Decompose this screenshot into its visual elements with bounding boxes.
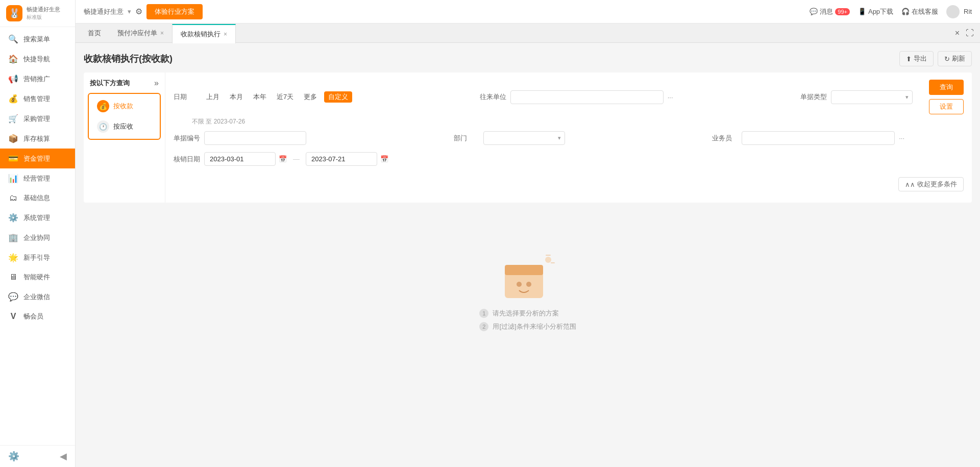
tab-collection[interactable]: 收款核销执行 ×	[172, 24, 236, 43]
filter-options-box: 💰 按收款 🕐 按应收	[88, 93, 161, 140]
corpwx-icon: 💬	[8, 292, 18, 302]
sidebar-item-bizmanage[interactable]: 📊 经营管理	[0, 168, 75, 188]
tab-collection-close-icon[interactable]: ×	[224, 31, 227, 38]
sidebar-item-marketing[interactable]: 📢 营销推广	[0, 69, 75, 89]
sidebar-item-newguide[interactable]: 🌟 新手引导	[0, 248, 75, 267]
export-button[interactable]: ⬆ 导出	[899, 51, 934, 66]
sidebar-item-inventory[interactable]: 📦 库存核算	[0, 129, 75, 149]
verify-date-start-input[interactable]	[204, 152, 276, 166]
doctype-label: 单据类型	[800, 92, 827, 102]
partner-input[interactable]	[510, 90, 664, 104]
date-7days-button[interactable]: 近7天	[274, 91, 297, 103]
filter-sidebar-collapse-button[interactable]: »	[154, 79, 159, 88]
empty-line-1: 1 请先选择要分析的方案	[479, 309, 576, 318]
sidebar-item-corpwx[interactable]: 💬 企业微信	[0, 287, 75, 307]
settings-button[interactable]: 设置	[929, 99, 964, 114]
tab-bar-actions: × ⛶	[953, 27, 976, 40]
tab-maximize-button[interactable]: ⛶	[964, 27, 976, 40]
tab-prepay-close-icon[interactable]: ×	[160, 30, 164, 37]
svg-point-3	[526, 282, 531, 287]
page-title: 收款核销执行(按收款)	[84, 53, 173, 65]
sidebar-item-basicinfo[interactable]: 🗂 基础信息	[0, 188, 75, 208]
header-app-title: 畅捷通好生意	[84, 7, 124, 16]
settings-bottom-icon[interactable]: ⚙️	[8, 451, 19, 462]
sidebar-item-search[interactable]: 🔍 搜索菜单	[0, 29, 75, 49]
header-chevron-icon[interactable]: ▾	[128, 8, 131, 15]
empty-num-1: 1	[479, 309, 488, 318]
filter-collection-icon: 💰	[97, 100, 109, 112]
date-more-button[interactable]: 更多	[301, 91, 320, 103]
verify-date-end-input[interactable]	[306, 152, 377, 166]
svg-rect-1	[505, 265, 543, 275]
empty-num-2: 2	[479, 322, 488, 331]
sidebar-nav: 🔍 搜索菜单 🏠 快捷导航 📢 营销推广 💰 销售管理 🛒 采购管理 📦 库存核…	[0, 27, 75, 445]
staff-dots-icon[interactable]: ···	[899, 134, 904, 142]
top-header: 畅捷通好生意 ▾ ⚙ 体验行业方案 💬 消息 99+ 📱 App下载 🎧 在线客…	[76, 0, 980, 23]
tab-prepay[interactable]: 预付冲应付单 ×	[109, 23, 172, 43]
message-icon: 💬	[810, 8, 818, 15]
industry-solution-button[interactable]: 体验行业方案	[146, 4, 203, 19]
filter-sidebar: 按以下方查询 » 💰 按收款 🕐 按应收	[84, 72, 165, 203]
refresh-icon: ↻	[944, 55, 950, 63]
sidebar-item-quicknav[interactable]: 🏠 快捷导航	[0, 49, 75, 69]
sidebar: 🐰 畅捷通好生意 标准版 🔍 搜索菜单 🏠 快捷导航 📢 营销推广 💰 销售管理…	[0, 0, 76, 467]
partner-label: 往来单位	[480, 92, 506, 102]
filter-dept-group: 部门 ▾	[454, 131, 565, 145]
filter-option-by-receivable[interactable]: 🕐 按应收	[89, 116, 160, 137]
verify-date-end-calendar-icon[interactable]: 📅	[380, 155, 388, 163]
svg-rect-5	[546, 255, 551, 256]
date-custom-button[interactable]: 自定义	[324, 91, 352, 103]
messages-button[interactable]: 💬 消息 99+	[810, 7, 850, 16]
filter-row-2: 单据编号 部门 ▾	[174, 131, 964, 145]
header-right: 💬 消息 99+ 📱 App下载 🎧 在线客服 Rit	[810, 5, 972, 18]
sidebar-item-sales[interactable]: 💰 销售管理	[0, 89, 75, 109]
date-this-year-button[interactable]: 本年	[250, 91, 270, 103]
verifydate-label: 核销日期	[174, 155, 200, 164]
partner-dots-icon[interactable]: ···	[668, 93, 673, 101]
sidebar-item-smarthw[interactable]: 🖥 智能硬件	[0, 267, 75, 287]
svg-rect-6	[551, 262, 555, 263]
main-area: 畅捷通好生意 ▾ ⚙ 体验行业方案 💬 消息 99+ 📱 App下载 🎧 在线客…	[76, 0, 980, 467]
header-gear-icon[interactable]: ⚙	[135, 7, 142, 16]
docno-input[interactable]	[204, 131, 306, 145]
collapse-sidebar-icon[interactable]: ◀	[60, 451, 67, 462]
empty-lines: 1 请先选择要分析的方案 2 用[过滤]条件来缩小分析范围	[479, 309, 576, 331]
empty-line-2: 2 用[过滤]条件来缩小分析范围	[479, 322, 576, 331]
sidebar-item-finance[interactable]: 💳 资金管理	[0, 149, 75, 168]
filter-sidebar-header: 按以下方查询 »	[84, 79, 165, 93]
refresh-button[interactable]: ↻ 刷新	[938, 51, 972, 66]
doctype-select[interactable]	[831, 90, 913, 104]
user-account[interactable]: Rit	[946, 5, 972, 18]
tab-home[interactable]: 首页	[80, 23, 109, 43]
doctype-select-wrapper: ▾	[831, 90, 913, 104]
filter-option-by-collection[interactable]: 💰 按收款	[89, 96, 160, 116]
date-this-month-button[interactable]: 本月	[227, 91, 246, 103]
tab-home-label: 首页	[88, 29, 101, 38]
collapse-conditions-button[interactable]: ∧∧ 收起更多条件	[898, 177, 964, 191]
export-icon: ⬆	[906, 55, 912, 63]
sidebar-bottom: ⚙️ ◀	[0, 445, 75, 467]
filter-form: 日期 上月 本月 本年 近7天 更多 自定义 往来单位 ···	[165, 72, 972, 203]
home-icon: 🏠	[8, 54, 18, 64]
sidebar-item-purchase[interactable]: 🛒 采购管理	[0, 109, 75, 129]
sidebar-item-bizcolab[interactable]: 🏢 企业协同	[0, 228, 75, 248]
sidebar-item-sysmanage[interactable]: ⚙️ 系统管理	[0, 208, 75, 228]
verify-date-start-calendar-icon[interactable]: 📅	[279, 155, 287, 163]
page-header: 收款核销执行(按收款) ⬆ 导出 ↻ 刷新	[84, 51, 972, 66]
online-service-button[interactable]: 🎧 在线客服	[901, 7, 938, 16]
empty-state: 1 请先选择要分析的方案 2 用[过滤]条件来缩小分析范围	[84, 209, 972, 372]
docno-label: 单据编号	[174, 134, 200, 143]
date-label: 日期	[174, 92, 199, 102]
collapse-up-icon: ∧∧	[905, 181, 915, 188]
app-download-button[interactable]: 📱 App下载	[858, 7, 893, 16]
sales-icon: 💰	[8, 94, 18, 104]
bizcolab-icon: 🏢	[8, 233, 18, 242]
staff-input[interactable]	[742, 131, 895, 145]
query-button[interactable]: 查询	[929, 80, 964, 95]
dept-select[interactable]	[483, 131, 565, 145]
basicinfo-icon: 🗂	[8, 193, 18, 203]
page: 收款核销执行(按收款) ⬆ 导出 ↻ 刷新 按以下方	[76, 43, 980, 380]
date-last-month-button[interactable]: 上月	[203, 91, 223, 103]
sidebar-item-member[interactable]: V 畅会员	[0, 307, 75, 326]
tab-close-all-button[interactable]: ×	[953, 27, 962, 40]
